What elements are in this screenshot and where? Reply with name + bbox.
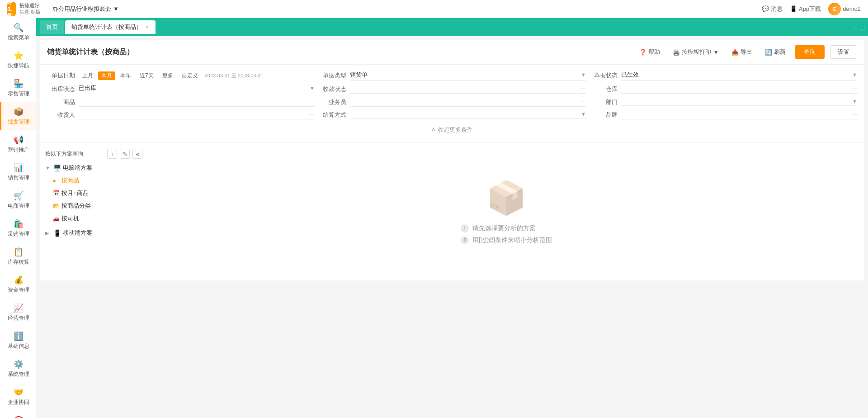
- scheme-item-by-category[interactable]: 📂 按商品分类: [49, 200, 146, 212]
- sidebar-item-finance[interactable]: 💰 资金管理: [0, 271, 36, 299]
- scheme-item-label-category: 按商品分类: [61, 202, 91, 210]
- receiver-dots[interactable]: ···: [309, 110, 315, 118]
- warehouse-dots[interactable]: ···: [852, 85, 857, 92]
- top-bar: 好生意 畅捷通好生意 标版 办公用品行业模拟账套 ▼ 💬 消息 📱 App下载 …: [0, 0, 868, 18]
- filter-date-row: 单据日期 上月 本月 本年 近7天 更多 自定义 2023-03-01 至 20…: [47, 71, 315, 81]
- scheme-add-button[interactable]: +: [107, 149, 117, 159]
- sidebar-item-system[interactable]: ⚙️ 系统管理: [0, 355, 36, 383]
- sidebar-item-ecommerce[interactable]: 🛒 电商管理: [0, 186, 36, 214]
- sidebar-item-wholesale[interactable]: 📦 批发管理: [0, 102, 36, 130]
- sidebar-item-operation[interactable]: 📈 经营管理: [0, 299, 36, 327]
- finance-icon: 💰: [14, 275, 24, 285]
- app-download-button[interactable]: 📱 App下载: [790, 5, 821, 13]
- brand-label: 品牌: [590, 111, 621, 119]
- scheme-item-label-month-goods: 按月+商品: [61, 189, 89, 197]
- sidebar-item-corp[interactable]: 🤝 企业协同: [0, 383, 36, 411]
- print-button[interactable]: 🖨️ 按模板打印 ▼: [669, 46, 722, 58]
- scheme-header: 按以下方案查询 + ✎ «: [40, 146, 148, 162]
- date-tab-last7[interactable]: 近7天: [136, 71, 157, 81]
- query-button[interactable]: 查询: [795, 45, 825, 59]
- sidebar-item-marketing[interactable]: 📢 营销推广: [0, 130, 36, 158]
- sidebar-item-retail[interactable]: 🏪 零售管理: [0, 74, 36, 102]
- docstatus-label: 单据状态: [590, 71, 621, 80]
- date-tab-this-month[interactable]: 本月: [98, 71, 115, 80]
- sidebar-item-search-menu[interactable]: 🔍 搜索菜单: [0, 18, 36, 46]
- tab-minimize-button[interactable]: −: [852, 23, 856, 31]
- active-indicator-icon: ●: [52, 177, 60, 184]
- refresh-icon: 🔄: [765, 49, 772, 56]
- tree-pc-section[interactable]: ▼ 🖥️ 电脑端方案: [42, 162, 146, 174]
- sidebar-item-inventory[interactable]: 📋 库存核算: [0, 242, 36, 271]
- app-selector-arrow: ▼: [113, 5, 119, 12]
- message-label: 消息: [771, 5, 783, 13]
- purchase-icon: 🛍️: [14, 219, 24, 229]
- hint-num-2: 2: [461, 236, 469, 244]
- basic-icon: ℹ️: [14, 331, 24, 341]
- date-tab-last-month[interactable]: 上月: [79, 71, 97, 81]
- scheme-item-by-goods[interactable]: ● 按商品: [49, 174, 146, 187]
- sidebar-label-system: 系统管理: [8, 370, 29, 378]
- filter-doctype-row: 单据类型 销货单 ▼: [318, 71, 586, 81]
- date-tab-more[interactable]: 更多: [159, 71, 177, 81]
- sidebar-label-corp: 企业协同: [8, 399, 29, 406]
- doctype-arrow-icon[interactable]: ▼: [581, 72, 586, 77]
- help-label: 帮助: [648, 48, 660, 56]
- tab-maximize-button[interactable]: □: [860, 23, 864, 31]
- logo-area: 好生意 畅捷通好生意 标版: [7, 2, 43, 16]
- tab-home[interactable]: 首页: [40, 20, 64, 34]
- brand-dots[interactable]: ···: [852, 110, 857, 118]
- sidebar-item-quick-nav[interactable]: ⭐ 快捷导航: [0, 46, 36, 74]
- tree-mobile-section[interactable]: ▶ 📱 移动端方案: [42, 227, 146, 239]
- sidebar-label-retail: 零售管理: [8, 90, 29, 98]
- date-tab-custom[interactable]: 自定义: [178, 71, 202, 81]
- sidebar-label-quick: 快捷导航: [8, 62, 29, 70]
- scheme-item-by-month-goods[interactable]: 📅 按月+商品: [49, 187, 146, 200]
- collectstatus-dots[interactable]: ···: [580, 85, 586, 92]
- setting-button[interactable]: 设置: [830, 45, 857, 59]
- marketing-icon: 📢: [14, 135, 24, 145]
- goods-dots[interactable]: ···: [309, 98, 315, 105]
- message-button[interactable]: 💬 消息: [762, 5, 783, 13]
- warehouse-label: 仓库: [590, 85, 621, 93]
- dept-arrow-icon[interactable]: ▼: [852, 99, 857, 104]
- filter-goods-row: 商品 ···: [47, 98, 315, 107]
- empty-hint-1: 1 请先选择要分析的方案: [461, 224, 552, 233]
- help-button[interactable]: ❓ 帮助: [636, 46, 664, 58]
- collapse-button[interactable]: ∧ 收起更多条件: [47, 123, 857, 137]
- tab-active[interactable]: 销货单统计计表（按商品） ×: [65, 20, 156, 34]
- sidebar-label-inventory: 库存核算: [8, 258, 29, 266]
- settle-arrow-icon[interactable]: ▼: [581, 111, 586, 117]
- refresh-button[interactable]: 🔄 刷新: [761, 46, 789, 58]
- sidebar-item-purchase[interactable]: 🛍️ 采购管理: [0, 214, 36, 242]
- doctype-value: 销货单: [350, 71, 581, 79]
- two-panel: 按以下方案查询 + ✎ « ▼ 🖥️ 电脑端方案: [40, 142, 864, 280]
- docstatus-arrow-icon[interactable]: ▼: [852, 72, 857, 77]
- sidebar-item-basic[interactable]: ℹ️ 基础信息: [0, 327, 36, 355]
- filter-docstatus-row: 单据状态 已生效 ▼: [590, 71, 857, 81]
- help-icon: ❓: [639, 49, 646, 56]
- sidebar-item-sales[interactable]: 📊 销售管理: [0, 158, 36, 186]
- hint-text-2: 用[过滤]条件来缩小分析范围: [472, 236, 552, 244]
- export-button[interactable]: 📤 导出: [728, 46, 756, 58]
- page-title: 销货单统计计表（按商品）: [47, 48, 636, 57]
- print-icon: 🖨️: [673, 49, 680, 56]
- user-menu[interactable]: E demo2: [828, 3, 861, 15]
- sidebar-item-newbie[interactable]: 🎯 新手引导: [0, 411, 36, 418]
- scheme-panel: 按以下方案查询 + ✎ « ▼ 🖥️ 电脑端方案: [40, 142, 148, 280]
- tab-close-button[interactable]: ×: [145, 24, 149, 30]
- receiver-label: 收货人: [47, 111, 79, 119]
- date-tab-this-year[interactable]: 本年: [117, 71, 135, 81]
- page-content: 销货单统计计表（按商品） ❓ 帮助 🖨️ 按模板打印 ▼ 📤: [36, 36, 868, 418]
- docstatus-value: 已生效: [621, 71, 852, 79]
- sidebar-label-marketing: 营销推广: [8, 146, 29, 154]
- scheme-tools: + ✎ «: [107, 149, 142, 159]
- logo-icon: 好生意: [7, 2, 16, 16]
- outstatus-arrow-icon[interactable]: ▼: [310, 86, 315, 91]
- scheme-item-by-unit[interactable]: 🚗 按司机: [49, 212, 146, 225]
- scheme-collapse-button[interactable]: «: [132, 149, 142, 159]
- sidebar-label-operation: 经营管理: [8, 314, 29, 322]
- app-selector[interactable]: 办公用品行业模拟账套 ▼: [49, 3, 123, 15]
- salesman-dots[interactable]: ···: [580, 98, 586, 105]
- logo-text: 畅捷通好生意 标版: [19, 3, 43, 14]
- scheme-edit-button[interactable]: ✎: [120, 149, 130, 159]
